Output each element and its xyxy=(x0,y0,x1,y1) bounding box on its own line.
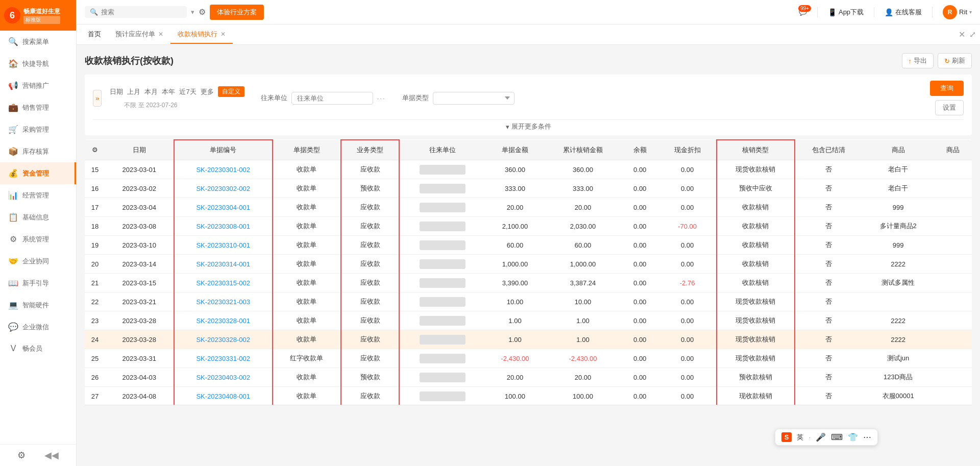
bill-no-link[interactable]: SK-20230328-002 xyxy=(196,336,250,344)
col-gear-header[interactable]: ⚙ xyxy=(85,140,105,160)
bill-no-link[interactable]: SK-20230314-001 xyxy=(196,260,250,268)
bill-no-link[interactable]: SK-20230321-003 xyxy=(196,298,250,306)
bill-no-link[interactable]: SK-20230310-001 xyxy=(196,241,250,249)
cell-bill-amount: -2,430.00 xyxy=(485,349,545,368)
partner-filter-input[interactable] xyxy=(291,92,373,105)
cell-partner: ████████ xyxy=(399,255,485,274)
sidebar-item-marketing[interactable]: 📢 营销推广 xyxy=(0,75,76,96)
date-option-last-month[interactable]: 上月 xyxy=(127,87,140,96)
ime-voice-icon[interactable]: 🎤 xyxy=(816,432,826,442)
cell-product2 xyxy=(934,160,972,179)
bill-no-link[interactable]: SK-20230308-001 xyxy=(196,223,250,230)
cell-bill-type: 收款单 xyxy=(273,368,341,387)
user-area[interactable]: R Rit ▾ xyxy=(943,5,972,19)
cell-product xyxy=(862,292,934,311)
sidebar-item-wechat[interactable]: 💬 企业微信 xyxy=(0,316,76,338)
cell-no: 19 xyxy=(85,236,105,255)
tab-pending[interactable]: 预计应应付单 ✕ xyxy=(108,26,170,44)
cell-bill-type: 收款单 xyxy=(273,198,341,217)
bill-no-link[interactable]: SK-20230403-002 xyxy=(196,374,250,381)
sidebar-item-hardware[interactable]: 💻 智能硬件 xyxy=(0,294,76,316)
finance-icon: 💰 xyxy=(8,168,18,178)
page-title: 收款核销执行(按收款) xyxy=(85,55,174,67)
basic-icon: 📋 xyxy=(8,212,18,222)
topbar-search-input[interactable] xyxy=(101,8,178,16)
sidebar-item-operations[interactable]: 📊 经营管理 xyxy=(0,184,76,206)
query-button[interactable]: 查询 xyxy=(930,81,964,96)
refresh-button[interactable]: ↻ 刷新 xyxy=(938,53,972,68)
sidebar-item-inventory[interactable]: 📦 库存核算 xyxy=(0,140,76,162)
cell-balance: 0.00 xyxy=(621,255,659,274)
sidebar-item-sales[interactable]: 💼 销售管理 xyxy=(0,96,76,118)
bill-no-link[interactable]: SK-20230328-001 xyxy=(196,317,250,325)
sidebar-item-guide[interactable]: 📖 新手引导 xyxy=(0,272,76,294)
filter-bar: » 日期 上月 本月 本年 近7天 更多 自定义 不限 至 2023-07-26 xyxy=(85,75,972,135)
bill-type-select[interactable] xyxy=(433,92,514,105)
collection-tab-close-icon[interactable]: ✕ xyxy=(220,31,226,38)
pending-tab-close-icon[interactable]: ✕ xyxy=(158,31,163,38)
partner-filter-dots[interactable]: ··· xyxy=(377,94,386,102)
bill-no-link[interactable]: SK-20230302-002 xyxy=(196,185,250,192)
app-logo-icon: 6 xyxy=(4,7,20,23)
cell-include-settled: 否 xyxy=(795,179,862,198)
system-icon: ⚙ xyxy=(8,234,18,244)
date-option-this-year[interactable]: 本年 xyxy=(162,87,175,96)
tab-home[interactable]: 首页 xyxy=(81,26,108,44)
table-row: 27 2023-04-08 SK-20230408-001 收款单 应收款 ██… xyxy=(85,387,972,405)
tab-expand-icon[interactable]: ⤢ xyxy=(969,30,976,39)
table-scroll-area[interactable]: ⚙ 日期 单据编号 单据类型 业务类型 往来单位 单据金额 累计核销金额 余额 … xyxy=(85,139,972,405)
bill-no-link[interactable]: SK-20230408-001 xyxy=(196,393,250,400)
date-option-7days[interactable]: 近7天 xyxy=(179,87,196,96)
cell-product2 xyxy=(934,368,972,387)
sidebar-settings-icon[interactable]: ⚙ xyxy=(17,450,26,461)
sidebar-item-quick-nav[interactable]: 🏠 快捷导航 xyxy=(0,53,76,75)
online-service-area[interactable]: 👤 在线客服 xyxy=(885,8,922,17)
ime-more-icon[interactable]: ⋯ xyxy=(863,432,871,442)
tab-collection[interactable]: 收款核销执行 ✕ xyxy=(170,26,233,44)
inventory-icon: 📦 xyxy=(8,146,18,156)
sidebar-item-system[interactable]: ⚙ 系统管理 xyxy=(0,228,76,250)
topbar-gear-icon[interactable]: ⚙ xyxy=(199,7,206,17)
date-option-more[interactable]: 更多 xyxy=(201,87,214,96)
bill-no-link[interactable]: SK-20230304-001 xyxy=(196,204,250,211)
date-custom-button[interactable]: 自定义 xyxy=(218,86,244,97)
bill-no-link[interactable]: SK-20230301-002 xyxy=(196,166,250,174)
sales-icon: 💼 xyxy=(8,103,18,112)
ime-lang-label[interactable]: 英 xyxy=(797,433,803,442)
app-download-area[interactable]: 📱 App下载 xyxy=(828,8,864,17)
sidebar-item-member[interactable]: V 畅会员 xyxy=(0,338,76,359)
sidebar-item-purchase[interactable]: 🛒 采购管理 xyxy=(0,118,76,140)
cell-no: 20 xyxy=(85,255,105,274)
bill-no-link[interactable]: SK-20230315-002 xyxy=(196,279,250,287)
table-row: 17 2023-03-04 SK-20230304-001 收款单 应收款 ██… xyxy=(85,198,972,217)
cell-include-settled: 否 xyxy=(795,387,862,405)
tab-close-all-icon[interactable]: ✕ xyxy=(959,30,965,39)
cell-cancel-type: 收款核销 xyxy=(717,255,795,274)
username-label: Rit xyxy=(959,8,967,16)
cell-partner: ████████ xyxy=(399,179,485,198)
bill-no-link[interactable]: SK-20230331-002 xyxy=(196,355,250,362)
cell-balance: 0.00 xyxy=(621,292,659,311)
sidebar-collapse-icon[interactable]: ◀◀ xyxy=(44,450,59,461)
export-button[interactable]: ↑ 导出 xyxy=(902,53,934,68)
messages-area[interactable]: 💬 99+ xyxy=(799,8,807,16)
horizontal-scrollbar[interactable] xyxy=(85,405,972,413)
app-logo-text: 畅康道好生意 标推版 xyxy=(23,7,60,24)
cell-bill-amount: 20.00 xyxy=(485,198,545,217)
ime-shirt-icon[interactable]: 👕 xyxy=(848,432,858,442)
ime-keyboard-icon[interactable]: ⌨ xyxy=(831,432,843,442)
cell-partner: ████████ xyxy=(399,198,485,217)
cell-total-cancel: 60.00 xyxy=(545,236,621,255)
date-option-this-month[interactable]: 本月 xyxy=(144,87,158,96)
topbar-dropdown-icon[interactable]: ▾ xyxy=(191,8,194,16)
solution-button[interactable]: 体验行业方案 xyxy=(210,5,264,20)
cell-partner: ████████ xyxy=(399,292,485,311)
sidebar-item-search[interactable]: 🔍 搜索菜单 xyxy=(0,31,76,53)
filter-collapse-button[interactable]: » xyxy=(93,90,102,107)
expand-more-button[interactable]: ▾ 展开更多条件 xyxy=(506,122,551,131)
settings-button[interactable]: 设置 xyxy=(935,100,964,115)
sidebar-item-enterprise[interactable]: 🤝 企业协同 xyxy=(0,250,76,272)
sidebar-item-finance[interactable]: 💰 资金管理 xyxy=(0,162,76,184)
sidebar-item-basic[interactable]: 📋 基础信息 xyxy=(0,206,76,228)
col-include-settled-header: 包含已结清 xyxy=(795,140,862,160)
